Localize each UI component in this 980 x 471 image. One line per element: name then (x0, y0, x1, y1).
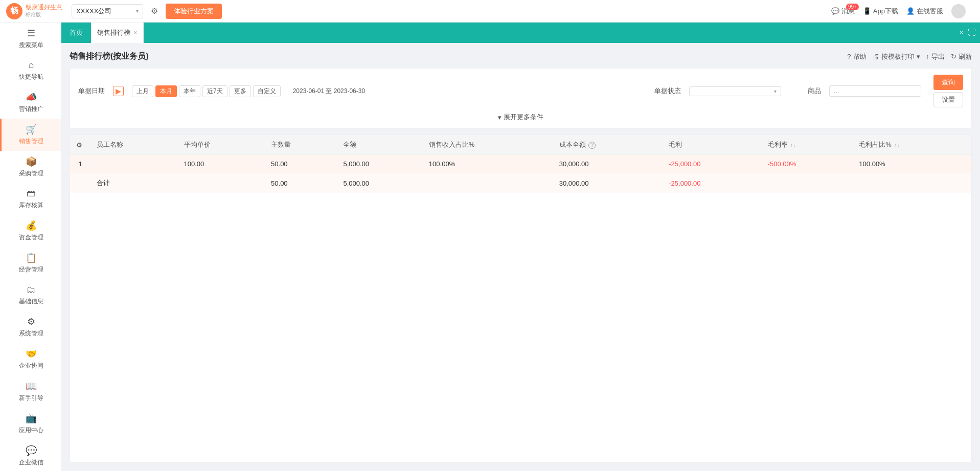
filter-row-1: 单据日期 ▶ 上月 本月 本年 近7天 更多 自定义 2023-06-01 至 … (78, 75, 963, 107)
date-buttons: 上月 本月 本年 近7天 更多 自定义 (132, 85, 281, 97)
logo-area: 畅 畅康通好生意 标准版 (6, 3, 67, 19)
quick-nav-icon: ⌂ (29, 60, 34, 71)
sidebar-item-label-basic: 基础信息 (19, 297, 43, 306)
sidebar-item-guide[interactable]: 📖 新手引导 (0, 375, 61, 408)
cell-amount: 5,000.00 (337, 155, 422, 173)
date-btn-this-year[interactable]: 本年 (179, 85, 200, 97)
trial-button[interactable]: 体验行业方案 (166, 4, 222, 19)
online-service-button[interactable]: 👤 在线客服 (906, 7, 943, 16)
footer-label: 合计 (90, 173, 178, 193)
logo-icon: 畅 (6, 3, 22, 19)
footer-cost-amount: 30,000.00 (553, 173, 663, 193)
guide-icon: 📖 (26, 380, 37, 392)
date-btn-this-month[interactable]: 本月 (155, 85, 177, 97)
export-icon: ↑ (926, 53, 930, 60)
sidebar-item-search-order[interactable]: ☰ 搜索菜单 (0, 23, 61, 55)
sidebar-item-label-search: 搜索菜单 (19, 41, 43, 50)
expand-row: ▾ 展开更多条件 (78, 113, 963, 122)
export-button[interactable]: ↑ 导出 (926, 52, 945, 61)
footer-gross: -25,000.00 (663, 173, 761, 193)
cost-info-icon[interactable]: ? (588, 142, 596, 149)
col-settings[interactable]: ⚙ (70, 135, 90, 155)
date-btn-custom[interactable]: 自定义 (253, 85, 281, 97)
date-nav-arrow[interactable]: ▶ (113, 86, 124, 96)
cell-sales-pct: 100.00% (423, 155, 553, 173)
date-label: 单据日期 (78, 86, 105, 96)
footer-main-qty: 50.00 (265, 173, 337, 193)
sidebar-item-inventory[interactable]: 🗃 库存核算 (0, 183, 61, 215)
query-actions: 查询 设置 (933, 75, 963, 107)
main-layout: ☰ 搜索菜单 ⌂ 快捷导航 📣 营销推广 🛒 销售管理 📦 采购管理 🗃 库存核… (0, 23, 980, 471)
marketing-icon: 📣 (26, 92, 37, 103)
inventory-icon: 🗃 (27, 188, 36, 199)
logo-sub: 标准版 (26, 11, 62, 18)
service-icon: 👤 (906, 7, 915, 15)
sidebar-item-basic-info[interactable]: 🗂 基础信息 (0, 279, 61, 311)
online-service-label: 在线客服 (917, 7, 943, 16)
gross-pct-sort-icon[interactable]: ↑↓ (895, 142, 900, 148)
company-select[interactable]: XXXXX公司 ▾ (72, 4, 143, 18)
tab-sales-ranking[interactable]: 销售排行榜 × (91, 23, 144, 43)
message-icon: 💬 (831, 7, 839, 15)
sidebar-item-label-sales: 销售管理 (19, 137, 43, 146)
page-content: 销售排行榜(按业务员) ? 帮助 🖨 按模板打印 ▾ ↑ 导出 (61, 43, 980, 471)
sidebar-item-marketing[interactable]: 📣 营销推广 (0, 86, 61, 119)
help-button[interactable]: ? 帮助 (847, 52, 866, 61)
goods-input-value: ... (834, 87, 917, 95)
cell-employee (90, 155, 178, 173)
system-icon: ⚙ (27, 316, 35, 327)
sidebar-item-finance[interactable]: 💰 资金管理 (0, 215, 61, 247)
print-button[interactable]: 🖨 按模板打印 ▾ (873, 52, 920, 61)
col-avg-price: 平均单价 (178, 135, 265, 155)
tab-close-icon[interactable]: × (133, 29, 137, 36)
status-select[interactable]: ▾ (689, 86, 781, 96)
sidebar-item-label-wechat: 企业微信 (19, 458, 43, 467)
gear-button[interactable]: ⚙ (147, 4, 162, 18)
close-window-icon[interactable]: × (959, 28, 964, 37)
sidebar-item-purchase[interactable]: 📦 采购管理 (0, 151, 61, 183)
settings-button[interactable]: 设置 (933, 92, 963, 107)
expand-button[interactable]: ▾ 展开更多条件 (498, 113, 543, 122)
query-button[interactable]: 查询 (933, 75, 963, 90)
expand-window-icon[interactable]: ⛶ (968, 28, 976, 37)
sidebar-item-label-nav: 快捷导航 (19, 73, 43, 81)
app-download-button[interactable]: 📱 App下载 (863, 7, 898, 16)
sidebar-item-label-guide: 新手引导 (19, 394, 43, 402)
date-btn-last-month[interactable]: 上月 (132, 85, 153, 97)
sidebar-item-system[interactable]: ⚙ 系统管理 (0, 311, 61, 343)
sidebar-item-cooperation[interactable]: 🤝 企业协同 (0, 343, 61, 375)
goods-input[interactable]: ... (829, 85, 921, 97)
refresh-button[interactable]: ↻ 刷新 (951, 52, 972, 61)
tabbar-right: × ⛶ (959, 28, 980, 37)
sidebar-item-label-app: 应用中心 (19, 426, 43, 435)
cooperation-icon: 🤝 (26, 348, 37, 360)
sidebar-item-operations[interactable]: 📋 经营管理 (0, 247, 61, 279)
tab-home[interactable]: 首页 (61, 23, 91, 43)
sidebar-item-app-center[interactable]: 📺 应用中心 (0, 408, 61, 440)
col-employee: 员工名称 (90, 135, 178, 155)
expand-label: 展开更多条件 (504, 113, 543, 122)
messages-button[interactable]: 💬 消息 99+ (831, 7, 855, 16)
help-label: 帮助 (853, 52, 867, 61)
sidebar-item-wechat[interactable]: 💬 企业微信 (0, 440, 61, 471)
sidebar-item-sales[interactable]: 🛒 销售管理 (0, 119, 61, 151)
date-btn-more[interactable]: 更多 (230, 85, 251, 97)
cell-gross: -25,000.00 (663, 155, 761, 173)
footer-amount: 5,000.00 (337, 173, 422, 193)
date-btn-7days[interactable]: 近7天 (202, 85, 227, 97)
table-area: ⚙ 员工名称 平均单价 主数量 全额 (70, 134, 972, 463)
status-chevron-icon: ▾ (774, 88, 777, 94)
expand-icon: ▾ (498, 114, 502, 121)
avatar[interactable] (951, 4, 966, 18)
footer-empty (70, 173, 90, 193)
sidebar-item-label-coop: 企业协同 (19, 362, 43, 370)
cell-main-qty: 50.00 (265, 155, 337, 173)
sidebar-item-label-finance: 资金管理 (19, 233, 43, 242)
cell-avg-price: 100.00 (178, 155, 265, 173)
col-gross-rate: 毛利率 ↑↓ (762, 135, 853, 155)
sidebar-item-quick-nav[interactable]: ⌂ 快捷导航 (0, 55, 61, 86)
footer-gross-rate (762, 173, 853, 193)
tabbar: 首页 销售排行榜 × × ⛶ (61, 23, 980, 43)
gross-rate-sort-icon[interactable]: ↑↓ (790, 142, 795, 148)
operations-icon: 📋 (26, 252, 37, 263)
